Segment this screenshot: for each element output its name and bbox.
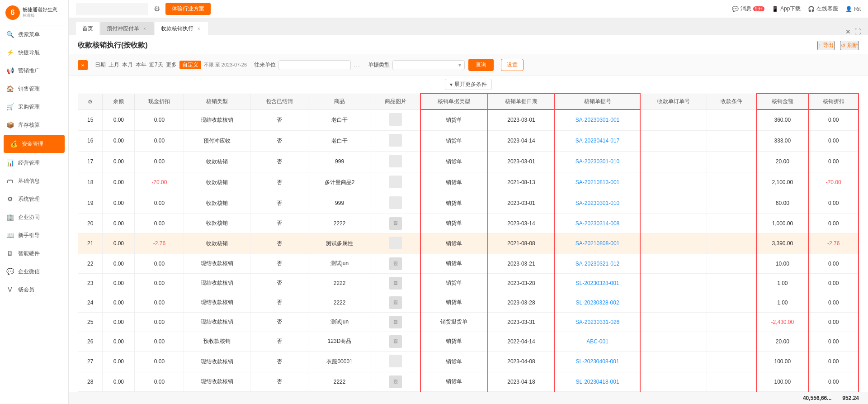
th-settings[interactable]: ⚙ <box>78 94 103 109</box>
cell-bill-number[interactable]: SL-20230328-001 <box>555 273 640 293</box>
cell-write-off-type: 预付冲应收 <box>184 130 250 151</box>
date-this-month[interactable]: 本月 <box>122 61 133 69</box>
close-all-icon[interactable]: ✕ <box>845 28 851 35</box>
bill-number-link[interactable]: SA-20210813-001 <box>576 179 619 185</box>
guide-label: 新手引导 <box>18 232 40 239</box>
cell-bill-category: 销货单 <box>420 172 488 193</box>
cell-receipt-order <box>640 193 707 214</box>
sidebar-item-search[interactable]: 🔍 搜索菜单 <box>0 25 68 43</box>
sidebar-item-inventory[interactable]: 📦 库存核算 <box>0 116 68 134</box>
table-row: 28 0.00 0.00 现结收款核销 否 2222 🖼 销货单 2023-04… <box>78 372 859 391</box>
cell-bill-number[interactable]: SA-20230414-017 <box>555 130 640 151</box>
cell-bill-number[interactable]: SA-20230301-010 <box>555 193 640 214</box>
app-icon: 📱 <box>772 6 778 12</box>
cell-receipt-terms <box>707 193 757 214</box>
date-custom[interactable]: 自定义 <box>179 61 201 69</box>
tab-prepay-close[interactable]: × <box>142 26 147 32</box>
sidebar-item-guide[interactable]: 📖 新手引导 <box>0 226 68 244</box>
bill-number-link[interactable]: SA-20230331-026 <box>576 319 619 325</box>
fullscreen-icon[interactable]: ⛶ <box>854 28 861 35</box>
cell-balance: 0.00 <box>103 351 135 372</box>
filter-expand-btn[interactable]: » <box>78 60 88 70</box>
bill-number-link[interactable]: SA-20230301-010 <box>576 200 619 206</box>
product-image <box>389 113 402 126</box>
online-service-btn[interactable]: 🎧 在线客服 <box>808 5 838 13</box>
expand-more-btn[interactable]: ▾ 展开更多条件 <box>445 79 492 90</box>
cell-bill-number[interactable]: SA-20210813-001 <box>555 172 640 193</box>
cell-bill-number[interactable]: SL-20230328-002 <box>555 293 640 312</box>
cell-bill-number[interactable]: ABC-001 <box>555 332 640 351</box>
bill-number-link[interactable]: SA-20230321-012 <box>576 261 619 267</box>
query-btn[interactable]: 查询 <box>468 59 494 71</box>
shortcut-icon: ⚡ <box>5 48 14 57</box>
sidebar-item-purchase[interactable]: 🛒 采购管理 <box>0 98 68 116</box>
bill-type-select[interactable] <box>392 60 465 70</box>
cell-no: 17 <box>78 151 103 172</box>
bill-number-link[interactable]: SL-20230328-001 <box>576 280 619 286</box>
bill-number-link[interactable]: SA-20210808-001 <box>576 240 619 247</box>
tab-home[interactable]: 首页 <box>76 22 99 35</box>
cell-product: 2222 <box>308 293 371 312</box>
cell-write-off-amount: 360.00 <box>756 109 808 130</box>
bill-number-link[interactable]: SL-20230408-001 <box>576 358 619 365</box>
bill-number-link[interactable]: SL-20230328-002 <box>576 299 619 306</box>
export-btn[interactable]: ↑ 导出 <box>817 41 835 50</box>
counterpart-input[interactable] <box>278 60 351 70</box>
bill-number-link[interactable]: SA-20230301-010 <box>576 158 619 165</box>
header-search[interactable] <box>76 3 148 15</box>
date-this-year[interactable]: 本年 <box>136 61 146 69</box>
sales-icon: 🏠 <box>5 84 14 93</box>
cell-bill-number[interactable]: SA-20230321-012 <box>555 254 640 273</box>
sidebar-item-enterprise[interactable]: 🏢 企业协同 <box>0 208 68 226</box>
sidebar-item-wechat[interactable]: 💬 企业微信 <box>0 262 68 280</box>
date-more[interactable]: 更多 <box>166 61 177 69</box>
cell-bill-number[interactable]: SL-20230418-001 <box>555 372 640 391</box>
bill-type-label: 单据类型 <box>368 61 390 69</box>
settings-icon[interactable]: ⚙ <box>154 5 160 13</box>
sidebar-item-member[interactable]: V 畅会员 <box>0 280 68 299</box>
tab-prepay[interactable]: 预付冲应付单 × <box>100 22 154 35</box>
sidebar-item-base[interactable]: 🗃 基础信息 <box>0 172 68 190</box>
cell-cash-discount: 0.00 <box>135 351 184 372</box>
wechat-icon: 💬 <box>5 267 14 276</box>
bill-number-link[interactable]: SA-20230314-008 <box>576 220 619 227</box>
cell-receipt-terms <box>707 293 757 312</box>
industry-btn[interactable]: 体验行业方案 <box>165 3 211 15</box>
system-icon: ⚙ <box>5 195 14 204</box>
cell-write-off-amount: 1,000.00 <box>756 214 808 233</box>
cell-bill-number[interactable]: SA-20210808-001 <box>555 233 640 254</box>
cell-write-off-type: 收款核销 <box>184 193 250 214</box>
date-7days[interactable]: 近7天 <box>149 61 163 69</box>
message-btn[interactable]: 💬 消息 99+ <box>732 5 764 13</box>
tab-receipt-close[interactable]: × <box>196 26 202 32</box>
sidebar-item-system[interactable]: ⚙ 系统管理 <box>0 190 68 208</box>
cell-bill-number[interactable]: SA-20230314-008 <box>555 214 640 233</box>
sidebar-item-hardware[interactable]: 🖥 智能硬件 <box>0 244 68 262</box>
bill-number-link[interactable]: ABC-001 <box>586 338 609 345</box>
tab-receipt[interactable]: 收款核销执行 × <box>155 22 208 35</box>
refresh-btn[interactable]: ↺ 刷新 <box>840 41 859 50</box>
sidebar-item-operation[interactable]: 📊 经营管理 <box>0 154 68 172</box>
cell-product: 测试jun <box>308 312 371 332</box>
sidebar-item-shortcut[interactable]: ⚡ 快捷导航 <box>0 43 68 62</box>
cell-receipt-order <box>640 351 707 372</box>
sidebar-item-sales[interactable]: 🏠 销售管理 <box>0 80 68 98</box>
bill-number-link[interactable]: SA-20230301-001 <box>576 117 619 123</box>
date-last-month[interactable]: 上月 <box>108 61 119 69</box>
wechat-label: 企业微信 <box>18 268 40 276</box>
cell-bill-number[interactable]: SA-20230331-026 <box>555 312 640 332</box>
sidebar-item-marketing[interactable]: 📢 营销推广 <box>0 62 68 80</box>
cell-bill-category: 销货单 <box>420 332 488 351</box>
table-row: 22 0.00 0.00 现结收款核销 否 测试jun 🖼 销货单 2023-0… <box>78 254 859 273</box>
cell-no: 23 <box>78 273 103 293</box>
bill-number-link[interactable]: SL-20230418-001 <box>576 379 619 385</box>
user-info[interactable]: 👤 Rit <box>845 6 861 12</box>
filter-settings-btn[interactable]: 设置 <box>501 59 524 71</box>
cell-bill-number[interactable]: SA-20230301-001 <box>555 109 640 130</box>
cell-bill-number[interactable]: SL-20230408-001 <box>555 351 640 372</box>
cell-include-settled: 否 <box>250 273 308 293</box>
bill-number-link[interactable]: SA-20230414-017 <box>576 138 619 144</box>
app-download-btn[interactable]: 📱 App下载 <box>772 5 801 13</box>
sidebar-item-capital[interactable]: 💰 资金管理 <box>4 135 65 153</box>
cell-bill-number[interactable]: SA-20230301-010 <box>555 151 640 172</box>
